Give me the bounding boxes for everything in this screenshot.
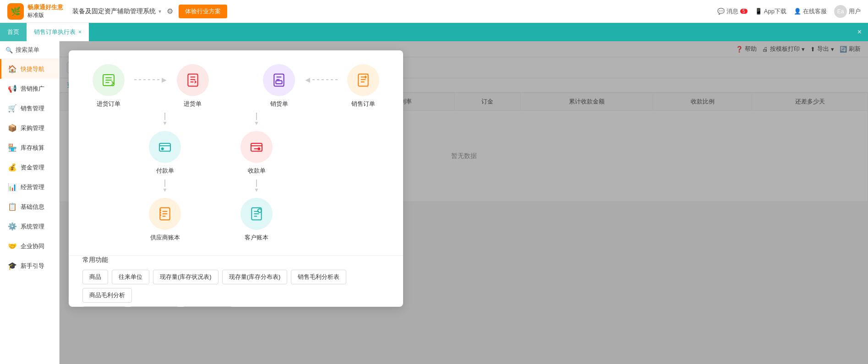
search-menu-label: 搜索菜单: [16, 46, 39, 54]
common-buttons-row-2: 销售排行榜 收款情况统计 付款情况统计: [82, 306, 389, 307]
operation-icon: 📊: [8, 183, 17, 191]
svg-rect-7: [251, 143, 262, 151]
sales-icon: 🛒: [8, 104, 17, 113]
sidebar-item-collab[interactable]: 🤝 企业协同: [0, 236, 59, 256]
down-arrow-supplier: ▼: [137, 179, 192, 193]
flow-node-purchase-order[interactable]: 进货订单: [82, 64, 134, 108]
sidebar-item-purchase[interactable]: 📦 采购管理: [0, 118, 59, 138]
btn-counterpart[interactable]: 往来单位: [112, 270, 149, 284]
logo-sub: 标准版: [27, 11, 63, 19]
sidebar-item-basic[interactable]: 📋 基础信息: [0, 197, 59, 217]
svg-point-11: [258, 209, 262, 212]
customer-ledger-label: 客户账本: [245, 234, 268, 242]
payment-icon: [149, 131, 181, 163]
sidebar-item-newbie[interactable]: 🎓 新手引导: [0, 256, 59, 276]
flow-node-sale-order[interactable]: 销售订单: [338, 64, 389, 108]
sidebar-item-marketing[interactable]: 📢 营销推广: [0, 79, 59, 98]
top-header: 🌿 畅康通好生意 标准版 装备及固定资产辅助管理系统 ▾ ⚙ 体验行业方案 💬 …: [0, 0, 868, 23]
svg-point-8: [258, 148, 260, 150]
flow-node-purchase-bill[interactable]: 进货单: [167, 64, 218, 108]
sidebar-item-label: 企业协同: [21, 242, 44, 250]
sidebar-item-label: 营销推广: [21, 85, 44, 93]
inventory-icon: 🏪: [8, 143, 17, 152]
sidebar: 🔍 搜索菜单 🏠 快捷导航 📢 营销推广 🛒 销售管理 📦 采购管理 🏪 库存核…: [0, 41, 60, 364]
common-functions-title: 常用功能: [82, 256, 389, 264]
sidebar-item-sales[interactable]: 🛒 销售管理: [0, 98, 59, 118]
flow-node-sale-bill[interactable]: 销货单: [253, 64, 305, 108]
sidebar-item-label: 新手引导: [21, 262, 44, 270]
sidebar-item-label: 资金管理: [21, 163, 44, 172]
btn-gross-analysis[interactable]: 销售毛利分析表: [291, 270, 346, 284]
dropdown-arrow-icon[interactable]: ▾: [158, 8, 161, 15]
svg-rect-4: [359, 74, 368, 87]
flow-row-arrows-2: ▼ ▼: [82, 179, 389, 193]
message-icon: 💬: [717, 8, 725, 15]
sidebar-item-label: 销售管理: [21, 104, 44, 113]
flow-node-payment[interactable]: 付款单: [137, 131, 192, 175]
sidebar-item-label: 经营管理: [21, 183, 44, 191]
common-section: 常用功能 商品 往来单位 现存量(库存状况表) 现存量(库存分布表) 销售毛利分…: [69, 256, 403, 307]
sidebar-item-operation[interactable]: 📊 经营管理: [0, 177, 59, 197]
arrow-right-icon: ▶: [162, 76, 167, 83]
logo-title: 畅康通好生意: [27, 3, 63, 11]
svg-rect-5: [159, 143, 170, 151]
basic-icon: 📋: [8, 202, 17, 211]
purchase-icon: 📦: [8, 124, 17, 132]
flow-node-supplier-ledger[interactable]: 供应商账本: [137, 198, 192, 242]
flow-node-customer-ledger[interactable]: 客户账本: [229, 198, 284, 242]
message-button[interactable]: 💬 消息 5: [717, 7, 748, 16]
sidebar-item-label: 库存核算: [21, 144, 44, 152]
tab-sale-order[interactable]: 销售订单执行表 ×: [27, 23, 89, 41]
avatar: Ea: [834, 5, 847, 18]
trial-button[interactable]: 体验行业方案: [179, 5, 227, 18]
finance-icon: 💰: [8, 163, 17, 172]
btn-sales-ranking[interactable]: 销售排行榜: [82, 306, 126, 307]
online-service-button[interactable]: 👤 在线客服: [794, 7, 827, 16]
tab-close-icon[interactable]: ×: [78, 29, 82, 35]
payment-label: 付款单: [156, 167, 174, 175]
logo-text: 畅康通好生意 标准版: [27, 3, 63, 19]
user-label: 用户: [849, 7, 861, 16]
app-icon: 📱: [755, 8, 762, 15]
btn-goods-gross[interactable]: 商品毛利分析: [82, 288, 132, 303]
btn-payment-stat[interactable]: 付款情况统计: [183, 306, 232, 307]
home-label: 首页: [7, 28, 19, 36]
tab-home[interactable]: 首页: [0, 23, 27, 41]
svg-rect-3: [276, 81, 282, 84]
purchase-order-icon: [93, 64, 125, 96]
close-all-tabs-button[interactable]: ×: [851, 28, 868, 36]
svg-rect-2: [274, 74, 284, 87]
btn-receipt-stat[interactable]: 收款情况统计: [130, 306, 179, 307]
gear-icon[interactable]: ⚙: [167, 7, 173, 16]
flow-node-receipt[interactable]: 收款单: [229, 131, 284, 175]
customer-ledger-icon: [240, 198, 273, 230]
sidebar-item-system[interactable]: ⚙️ 系统管理: [0, 217, 59, 236]
down-arrow-customer: ▼: [229, 179, 284, 193]
supplier-ledger-label: 供应商账本: [150, 234, 180, 242]
header-right: 💬 消息 5 📱 App下载 👤 在线客服 Ea 用户: [717, 5, 861, 18]
sidebar-item-inventory[interactable]: 🏪 库存核算: [0, 138, 59, 158]
modal-overlay[interactable]: 进货订单 ▶: [60, 41, 868, 364]
sidebar-item-label: 快捷导航: [21, 65, 44, 73]
btn-goods[interactable]: 商品: [82, 270, 108, 284]
sidebar-item-finance[interactable]: 💰 资金管理: [0, 158, 59, 177]
system-title-wrap: 装备及固定资产辅助管理系统 ▾: [72, 7, 161, 16]
system-title: 装备及固定资产辅助管理系统: [72, 7, 156, 16]
sale-order-icon: [347, 64, 379, 96]
btn-stock-dist[interactable]: 现存量(库存分布表): [222, 270, 288, 284]
btn-stock-status[interactable]: 现存量(库存状况表): [153, 270, 218, 284]
user-area[interactable]: Ea 用户: [834, 5, 861, 18]
marketing-icon: 📢: [8, 84, 17, 93]
sidebar-item-label: 系统管理: [21, 223, 44, 231]
down-arrow-receipt: ▼: [229, 113, 284, 126]
search-menu-button[interactable]: 🔍 搜索菜单: [0, 41, 59, 59]
search-icon: 🔍: [5, 47, 13, 54]
flow-row-arrows: ▼ ▼: [82, 113, 389, 126]
sidebar-item-quick-nav[interactable]: 🏠 快捷导航: [0, 59, 59, 79]
message-label: 消息: [726, 7, 738, 16]
svg-point-6: [162, 148, 164, 150]
purchase-order-label: 进货订单: [97, 100, 120, 108]
app-download-button[interactable]: 📱 App下载: [755, 7, 786, 16]
flow-row-3: 供应商账本 客户账本: [82, 198, 389, 242]
main-layout: 🔍 搜索菜单 🏠 快捷导航 📢 营销推广 🛒 销售管理 📦 采购管理 🏪 库存核…: [0, 41, 868, 364]
